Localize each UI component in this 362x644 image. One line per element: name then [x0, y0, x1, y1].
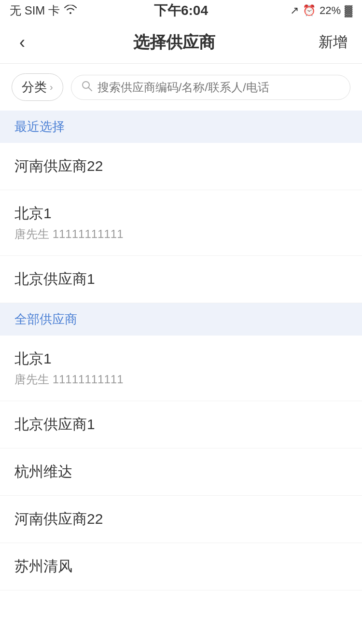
category-button[interactable]: 分类 › — [12, 73, 63, 101]
battery-label: 22% — [320, 4, 341, 17]
item-sub: 唐先生 11111111111 — [14, 226, 348, 242]
alarm-icon: ⏰ — [303, 4, 316, 17]
list-item[interactable]: 河南供应商22 — [0, 143, 362, 190]
page-title: 选择供应商 — [133, 31, 215, 54]
section-header-all: 全部供应商 — [0, 303, 362, 336]
carrier-label: 无 SIM 卡 — [10, 3, 60, 18]
item-name: 北京1 — [14, 204, 348, 224]
search-icon — [81, 80, 93, 95]
list-item[interactable]: 北京供应商1 — [0, 401, 362, 448]
search-box — [71, 75, 350, 100]
list-item[interactable]: 苏州清风 — [0, 543, 362, 590]
status-time: 下午6:04 — [154, 1, 208, 20]
svg-line-1 — [88, 87, 92, 91]
category-label: 分类 — [22, 79, 47, 96]
location-icon: ↗ — [290, 4, 299, 17]
wifi-icon — [64, 4, 77, 17]
section-header-recent: 最近选择 — [0, 111, 362, 143]
item-name: 北京供应商1 — [14, 269, 348, 289]
item-name: 河南供应商22 — [14, 509, 348, 529]
list-item[interactable]: 河南供应商22 — [0, 496, 362, 543]
battery-icon: ▓ — [345, 4, 352, 17]
item-name: 河南供应商22 — [14, 156, 348, 176]
list-item[interactable]: 北京1唐先生 11111111111 — [0, 336, 362, 401]
nav-bar: ‹ 选择供应商 新增 — [0, 21, 362, 64]
status-bar: 无 SIM 卡 下午6:04 ↗ ⏰ 22% ▓ — [0, 0, 362, 21]
item-name: 杭州维达 — [14, 462, 348, 482]
status-right: ↗ ⏰ 22% ▓ — [290, 4, 352, 17]
search-input[interactable] — [97, 81, 340, 94]
item-name: 北京供应商1 — [14, 415, 348, 434]
sections-container: 最近选择河南供应商22北京1唐先生 11111111111北京供应商1全部供应商… — [0, 111, 362, 590]
filter-bar: 分类 › — [0, 64, 362, 111]
list-item[interactable]: 杭州维达 — [0, 448, 362, 496]
chevron-right-icon: › — [50, 82, 53, 93]
item-name: 苏州清风 — [14, 557, 348, 576]
item-sub: 唐先生 11111111111 — [14, 372, 348, 387]
back-button[interactable]: ‹ — [14, 28, 30, 57]
list-item[interactable]: 北京供应商1 — [0, 256, 362, 303]
list-item[interactable]: 北京1唐先生 11111111111 — [0, 190, 362, 256]
add-button[interactable]: 新增 — [319, 32, 348, 52]
item-name: 北京1 — [14, 349, 348, 369]
status-left: 无 SIM 卡 — [10, 3, 77, 18]
